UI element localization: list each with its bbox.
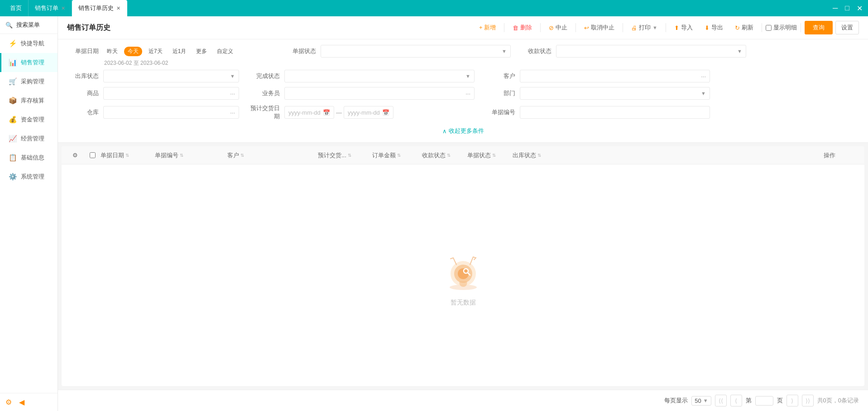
delivery-start-date[interactable]: yyyy-mm-dd 📅 [284, 106, 334, 119]
cancel-stop-button[interactable]: ↩ 取消中止 [580, 21, 619, 34]
filter-row-2: 出库状态 ▼ 完成状态 ▼ 客户 ··· [67, 70, 859, 82]
query-button[interactable]: 查询 [805, 21, 833, 34]
th-bill-status[interactable]: 单据状态 ⇅ [467, 151, 513, 160]
tab-sales-order-history[interactable]: 销售订单历史 ✕ [72, 0, 127, 16]
stop-button[interactable]: ⊘ 中止 [544, 21, 572, 34]
tab-home[interactable]: 首页 [4, 0, 29, 16]
delete-button[interactable]: 🗑 删除 [508, 21, 537, 34]
show-detail-checkbox-label[interactable]: 显示明细 [766, 24, 797, 32]
page-label-before: 第 [746, 396, 752, 405]
cancel-stop-icon: ↩ [584, 24, 589, 31]
empty-illustration [436, 244, 490, 299]
export-button[interactable]: ⬇ 导出 [700, 21, 728, 34]
bill-number-filter: 单据编号 [484, 106, 710, 119]
th-checkbox[interactable] [84, 152, 101, 158]
date-tag-7days[interactable]: 近7天 [145, 47, 166, 56]
page-size-label: 每页显示 [664, 396, 688, 405]
page-size-value: 50 [695, 397, 701, 404]
th-date[interactable]: 单据日期 ⇅ [101, 151, 155, 160]
top-bar: 首页 销售订单 ✕ 销售订单历史 ✕ ─ □ ✕ [0, 0, 868, 16]
sidebar-item-finance[interactable]: 💰 资金管理 [0, 110, 58, 129]
goods-select[interactable]: ··· [103, 87, 239, 100]
sidebar-item-basic[interactable]: 📋 基础信息 [0, 148, 58, 167]
sidebar-item-operation[interactable]: 📈 经营管理 [0, 129, 58, 148]
system-icon: ⚙️ [9, 173, 17, 181]
minimize-icon[interactable]: ─ [831, 2, 839, 14]
refresh-button[interactable]: ↻ 刷新 [730, 21, 758, 34]
print-icon: 🖨 [631, 24, 637, 31]
sidebar-item-purchase[interactable]: 🛒 采购管理 [0, 72, 58, 91]
page-number-input[interactable]: 1 [755, 396, 773, 406]
sidebar-item-quick-nav[interactable]: ⚡ 快捷导航 [0, 34, 58, 53]
pay-status-select[interactable]: ▼ [556, 45, 746, 58]
first-page-btn[interactable]: ⟨⟨ [715, 395, 727, 406]
date-tag-today[interactable]: 今天 [124, 47, 142, 56]
divider-6 [762, 23, 762, 32]
tab-sales-order[interactable]: 销售订单 ✕ [29, 0, 72, 16]
date-tag-custom[interactable]: 自定义 [213, 47, 237, 56]
next-page-btn[interactable]: ⟩ [786, 395, 798, 406]
collapse-sidebar-icon[interactable]: ◀ [19, 398, 24, 406]
bill-number-input[interactable] [520, 106, 710, 119]
table-header: ⚙ 单据日期 ⇅ 单据编号 ⇅ 客户 ⇅ 预计交货... [62, 146, 864, 164]
svg-point-3 [458, 268, 469, 279]
customer-dots-icon[interactable]: ··· [701, 73, 706, 80]
sidebar-item-system[interactable]: ⚙️ 系统管理 [0, 167, 58, 186]
new-button[interactable]: + 新增 [475, 21, 500, 34]
close-sales-order-history-tab[interactable]: ✕ [116, 5, 120, 11]
customer-select[interactable]: ··· [520, 70, 710, 82]
select-all-checkbox[interactable] [90, 152, 96, 158]
th-customer[interactable]: 客户 ⇅ [227, 151, 318, 160]
dept-label: 部门 [484, 89, 520, 97]
settings-button[interactable]: 设置 [835, 21, 859, 34]
bill-status-chevron: ▼ [502, 48, 507, 54]
th-amount[interactable]: 订单金额 ⇅ [372, 151, 422, 160]
import-button[interactable]: ⬆ 导入 [670, 21, 697, 34]
th-delivery[interactable]: 预计交货... ⇅ [318, 151, 372, 160]
th-number[interactable]: 单据编号 ⇅ [155, 151, 227, 160]
bill-status-select[interactable]: ▼ [321, 45, 511, 58]
date-range-display: 2023-06-02 至 2023-06-02 [104, 59, 859, 67]
main-layout: 🔍 搜索菜单 ⚡ 快捷导航 📊 销售管理 🛒 采购管理 📦 库存核算 💰 资金管… [0, 16, 868, 411]
close-sales-order-tab[interactable]: ✕ [61, 5, 65, 11]
print-chevron-icon: ▼ [652, 25, 657, 30]
complete-status-select[interactable]: ▼ [284, 70, 475, 82]
page-size-select[interactable]: 50 ▼ [691, 396, 711, 406]
th-settings[interactable]: ⚙ [66, 152, 84, 159]
salesman-select[interactable]: ··· [284, 87, 475, 100]
date-separator: — [336, 109, 342, 116]
sidebar-search[interactable]: 🔍 搜索菜单 [0, 16, 58, 34]
goods-dots-icon[interactable]: ··· [230, 90, 235, 97]
collapse-filter-btn[interactable]: ∧ 收起更多条件 [67, 125, 859, 137]
date-label: 单据日期 [67, 47, 103, 55]
import-icon: ⬆ [674, 24, 679, 31]
out-status-select[interactable]: ▼ [103, 70, 239, 82]
sidebar-item-sales[interactable]: 📊 销售管理 [0, 53, 58, 72]
sort-out-status-icon: ⇅ [537, 153, 541, 158]
sort-bill-status-icon: ⇅ [492, 153, 496, 158]
date-tag-1month[interactable]: 近1月 [169, 47, 190, 56]
page-total: 共0页，0条记录 [817, 396, 859, 405]
empty-text: 暂无数据 [451, 299, 476, 307]
dept-select[interactable]: ▼ [520, 87, 710, 100]
delivery-end-date[interactable]: yyyy-mm-dd 📅 [344, 106, 393, 119]
date-tag-more[interactable]: 更多 [192, 47, 211, 56]
date-tag-yesterday[interactable]: 昨天 [103, 47, 121, 56]
maximize-icon[interactable]: □ [843, 2, 851, 14]
purchase-icon: 🛒 [9, 77, 17, 86]
complete-status-chevron: ▼ [465, 73, 470, 79]
print-button[interactable]: 🖨 打印 ▼ [627, 21, 662, 34]
close-window-icon[interactable]: ✕ [855, 2, 864, 15]
th-pay-status[interactable]: 收款状态 ⇅ [422, 151, 467, 160]
settings-bottom-icon[interactable]: ⚙ [5, 398, 12, 406]
prev-page-btn[interactable]: ⟨ [730, 395, 742, 406]
warehouse-select[interactable]: ··· [103, 106, 239, 119]
show-detail-checkbox[interactable] [766, 25, 772, 31]
refresh-icon: ↻ [735, 24, 740, 31]
salesman-dots-icon[interactable]: ··· [465, 90, 470, 97]
sidebar-item-inventory[interactable]: 📦 库存核算 [0, 91, 58, 110]
th-out-status[interactable]: 出库状态 ⇅ [513, 151, 558, 160]
last-page-btn[interactable]: ⟩⟩ [802, 395, 814, 406]
sort-number-icon: ⇅ [180, 153, 183, 158]
warehouse-dots-icon[interactable]: ··· [230, 109, 235, 116]
